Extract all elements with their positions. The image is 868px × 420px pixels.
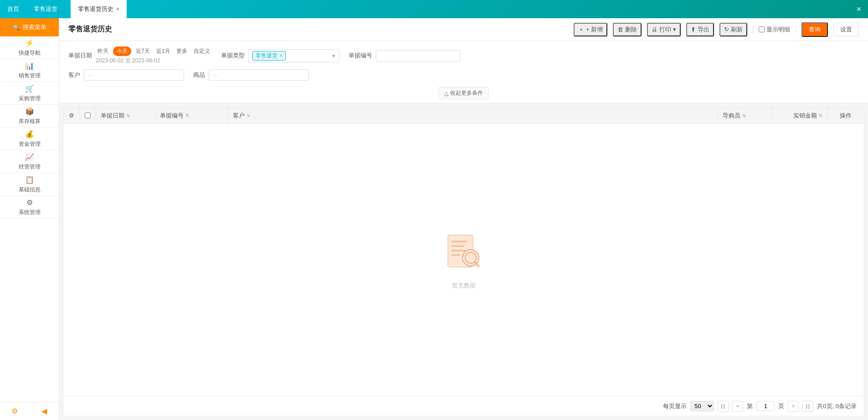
- tab-home-label: 首页: [7, 5, 19, 13]
- date-7days-btn[interactable]: 近7天: [134, 46, 152, 56]
- sidebar-settings-button[interactable]: ⚙: [8, 405, 21, 418]
- svg-rect-2: [451, 245, 464, 247]
- tab-retail-return-history[interactable]: 零售退货历史 ×: [71, 0, 127, 18]
- print-label: 打印: [659, 26, 671, 34]
- sidebar-bottom: ⚙ ◀: [0, 402, 59, 420]
- export-icon: ⬆: [691, 26, 696, 33]
- tab-retail-return[interactable]: 零售退货 ×: [26, 0, 71, 18]
- th-amount-label: 实销金额: [793, 112, 817, 120]
- sidebar-item-label: 基础信息: [19, 186, 41, 194]
- pagination: 每页显示 20 50 100 ⟨⟨ ＜ 第 页 ＞ ⟩⟩ 共0页, 0条记录: [63, 396, 864, 416]
- window-close-button[interactable]: ×: [850, 0, 868, 18]
- sidebar-item-sales[interactable]: 📊 销售管理: [0, 59, 59, 82]
- empty-text: 暂无数据: [452, 282, 476, 290]
- date-yesterday-btn[interactable]: 昨天: [96, 46, 110, 56]
- date-more-btn[interactable]: 更多: [175, 46, 189, 56]
- table-area: ⚙ 单据日期 ⇅ 单据编号 ⇅ 客户 ⇅ 导购员: [63, 107, 864, 416]
- export-label: 导出: [698, 26, 709, 34]
- settings-button[interactable]: 设置: [833, 23, 859, 36]
- svg-rect-3: [451, 250, 466, 251]
- sidebar-item-quick-nav[interactable]: ⚡ 快捷导航: [0, 36, 59, 59]
- print-icon: 🖨: [652, 26, 657, 33]
- select-all-checkbox[interactable]: [85, 113, 91, 118]
- bill-type-dropdown-icon: ▾: [332, 52, 335, 59]
- bill-type-tag-close[interactable]: ×: [279, 52, 282, 59]
- sidebar-item-operations[interactable]: 📈 经营管理: [0, 150, 59, 173]
- refresh-button[interactable]: ↻ 刷新: [719, 23, 747, 36]
- svg-rect-1: [451, 241, 467, 242]
- new-label: + 新增: [586, 26, 603, 34]
- sidebar-item-label: 资金管理: [19, 140, 41, 148]
- query-label: 查询: [809, 26, 821, 34]
- customer-input[interactable]: ···: [84, 69, 184, 81]
- th-number[interactable]: 单据编号 ⇅: [155, 108, 228, 123]
- tab-retail-return-history-label: 零售退货历史: [78, 5, 113, 13]
- page-number-input[interactable]: [756, 401, 775, 411]
- delete-button[interactable]: 🗑 删除: [613, 23, 642, 36]
- goods-label: 商品: [193, 71, 205, 79]
- first-page-button[interactable]: ⟨⟨: [718, 401, 729, 412]
- th-checkbox[interactable]: [80, 108, 96, 123]
- sidebar-search-button[interactable]: 🔍 搜索菜单: [0, 18, 59, 36]
- tab-retail-return-close[interactable]: ×: [60, 6, 63, 12]
- query-button[interactable]: 查询: [801, 22, 828, 37]
- date-custom-btn[interactable]: 自定义: [192, 46, 212, 56]
- prev-page-button[interactable]: ＜: [732, 401, 743, 412]
- per-page-select[interactable]: 20 50 100: [690, 401, 714, 411]
- next-page-button[interactable]: ＞: [788, 401, 799, 412]
- sidebar-item-label: 经营管理: [19, 163, 41, 171]
- page-title: 零售退货历史: [68, 25, 112, 34]
- sidebar-item-purchase[interactable]: 🛒 采购管理: [0, 82, 59, 105]
- collapse-button[interactable]: △ 收起更多条件: [438, 87, 489, 99]
- content-area: 零售退货历史 ＋ + 新增 🗑 删除 🖨 打印 ▾ ⬆ 导出: [59, 18, 868, 420]
- per-page-label: 每页显示: [663, 402, 687, 410]
- delete-label: 删除: [625, 26, 637, 34]
- inventory-icon: 📦: [25, 107, 34, 116]
- sidebar-item-label: 销售管理: [19, 72, 41, 80]
- date-1month-btn[interactable]: 近1月: [154, 46, 172, 56]
- operations-icon: 📈: [25, 153, 34, 161]
- show-detail-checkbox-label[interactable]: 显示明细: [759, 26, 790, 34]
- sidebar-item-finance[interactable]: 💰 资金管理: [0, 128, 59, 150]
- tab-retail-return-history-close[interactable]: ×: [116, 6, 119, 12]
- date-sort-icon: ⇅: [126, 113, 130, 118]
- customer-filter-field: 客户 ···: [68, 69, 184, 81]
- sidebar-item-system[interactable]: ⚙ 系统管理: [0, 196, 59, 219]
- th-date[interactable]: 单据日期 ⇅: [96, 108, 155, 123]
- sidebar-item-basic-info[interactable]: 📋 基础信息: [0, 173, 59, 196]
- tab-list: 首页 零售退货 × 零售退货历史 ×: [0, 0, 850, 18]
- guide-sort-icon: ⇅: [742, 113, 746, 118]
- page-actions: ＋ + 新增 🗑 删除 🖨 打印 ▾ ⬆ 导出 ↻: [574, 22, 859, 37]
- sidebar-collapse-button[interactable]: ◀: [37, 405, 51, 418]
- date-today-btn[interactable]: 今天: [113, 46, 131, 56]
- th-number-label: 单据编号: [160, 112, 184, 120]
- export-button[interactable]: ⬆ 导出: [686, 23, 714, 36]
- bill-type-select[interactable]: 零售退货 × ▾: [248, 49, 339, 62]
- divider: [753, 26, 753, 33]
- new-button[interactable]: ＋ + 新增: [574, 23, 607, 36]
- th-guide[interactable]: 导购员 ⇅: [718, 108, 773, 123]
- finance-icon: 💰: [25, 130, 34, 138]
- goods-filter-field: 商品 ···: [193, 69, 309, 81]
- th-customer[interactable]: 客户 ⇅: [228, 108, 718, 123]
- th-amount[interactable]: 实销金额 ⇅: [773, 108, 827, 123]
- th-settings[interactable]: ⚙: [63, 108, 80, 123]
- tab-home[interactable]: 首页: [0, 0, 26, 18]
- page-header: 零售退货历史 ＋ + 新增 🗑 删除 🖨 打印 ▾ ⬆ 导出: [59, 18, 868, 41]
- last-page-button[interactable]: ⟩⟩: [802, 401, 813, 412]
- basic-info-icon: 📋: [25, 175, 34, 184]
- filter-area: 单据日期 昨天 今天 近7天 近1月 更多 自定义 2023-06-02 至 2…: [59, 41, 868, 103]
- page-word: 第: [747, 402, 753, 410]
- sidebar-item-inventory[interactable]: 📦 库存核算: [0, 105, 59, 128]
- goods-input[interactable]: ···: [209, 69, 309, 81]
- show-detail-label: 显示明细: [766, 26, 790, 34]
- delete-icon: 🗑: [617, 26, 623, 33]
- goods-placeholder: ···: [213, 72, 218, 78]
- empty-state-icon: [441, 230, 487, 276]
- empty-state: 暂无数据: [63, 124, 864, 396]
- purchase-icon: 🛒: [25, 84, 34, 93]
- show-detail-checkbox[interactable]: [759, 26, 765, 32]
- bill-number-input[interactable]: [376, 50, 461, 61]
- plus-icon: ＋: [578, 26, 584, 34]
- print-button[interactable]: 🖨 打印 ▾: [647, 23, 681, 36]
